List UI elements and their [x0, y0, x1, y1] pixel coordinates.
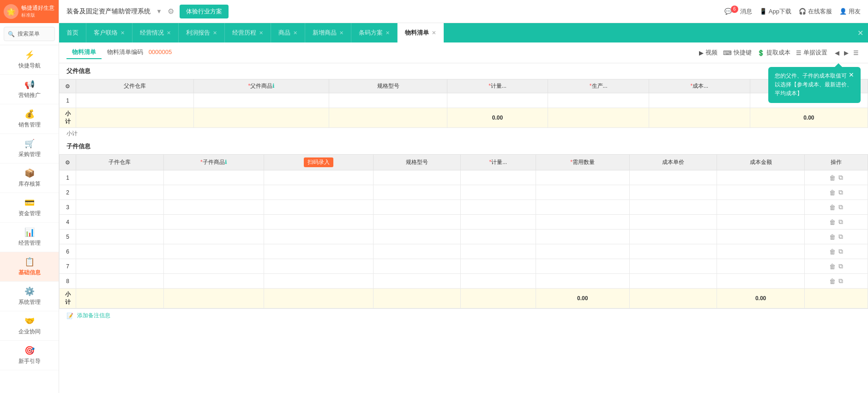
sidebar-item-operations[interactable]: 📊 经营管理: [0, 223, 59, 252]
list-view-icon[interactable]: ☰: [851, 48, 861, 57]
child-cell-unit-4[interactable]: [461, 215, 536, 230]
delete-icon-5[interactable]: 🗑: [829, 233, 836, 241]
child-cell-warehouse-6[interactable]: [76, 244, 164, 259]
tab-customer-close[interactable]: ✕: [121, 30, 125, 36]
child-cell-spec-4[interactable]: [373, 215, 461, 230]
child-cell-quantity-8[interactable]: [536, 274, 629, 289]
child-cell-spec-3[interactable]: [373, 200, 461, 215]
close-all-tabs[interactable]: ✕: [853, 29, 868, 37]
tab-barcode-close[interactable]: ✕: [386, 30, 390, 36]
child-cell-product-6[interactable]: [163, 244, 264, 259]
tab-operations-close[interactable]: ✕: [167, 30, 171, 36]
child-cell-unit-cost-3[interactable]: [629, 200, 717, 215]
sidebar-item-system[interactable]: ⚙️ 系统管理: [0, 282, 59, 311]
prev-arrow[interactable]: ◀: [833, 48, 841, 57]
tab-bom-close[interactable]: ✕: [432, 30, 436, 36]
sidebar-item-marketing[interactable]: 📢 营销推广: [0, 75, 59, 104]
child-cell-spec-1[interactable]: [373, 170, 461, 185]
child-cell-product-8[interactable]: [163, 274, 264, 289]
copy-icon-5[interactable]: ⧉: [838, 233, 843, 241]
tab-goods[interactable]: 商品 ✕: [271, 23, 305, 42]
child-cell-warehouse-3[interactable]: [76, 200, 164, 215]
parent-cell-unit[interactable]: [447, 93, 548, 108]
child-cell-quantity-3[interactable]: [536, 200, 629, 215]
child-cell-scan-4[interactable]: [264, 215, 373, 230]
child-cell-unit-cost-6[interactable]: [629, 244, 717, 259]
child-cell-warehouse-8[interactable]: [76, 274, 164, 289]
tab-profit-close[interactable]: ✕: [213, 30, 217, 36]
settings-icon[interactable]: ⚙: [168, 7, 174, 16]
child-cell-quantity-1[interactable]: [536, 170, 629, 185]
child-cell-unit-8[interactable]: [461, 274, 536, 289]
child-th-settings[interactable]: ⚙: [60, 155, 76, 170]
child-cell-scan-5[interactable]: [264, 230, 373, 244]
tab-bom[interactable]: 物料清单 ✕: [398, 23, 444, 42]
sidebar-item-guide[interactable]: 🎯 新手引导: [0, 341, 59, 370]
parent-cell-product[interactable]: [194, 93, 329, 108]
tab-barcode[interactable]: 条码方案 ✕: [351, 23, 398, 42]
child-cell-quantity-6[interactable]: [536, 244, 629, 259]
child-cell-unit-1[interactable]: [461, 170, 536, 185]
tab-customer[interactable]: 客户联络 ✕: [86, 23, 133, 42]
tab-profit[interactable]: 利润报告 ✕: [179, 23, 225, 42]
child-cell-spec-7[interactable]: [373, 259, 461, 274]
tab-history[interactable]: 经营历程 ✕: [225, 23, 271, 42]
sidebar-item-inventory[interactable]: 📦 库存核算: [0, 163, 59, 193]
delete-icon-1[interactable]: 🗑: [829, 174, 836, 181]
parent-cell-spec[interactable]: [329, 93, 447, 108]
tooltip-close[interactable]: ✕: [849, 72, 854, 78]
sub-nav-bom-code[interactable]: 物料清单编码 0000005: [102, 46, 177, 59]
copy-icon-2[interactable]: ⧉: [838, 188, 843, 196]
parent-cell-produce[interactable]: [548, 93, 649, 108]
child-cell-product-5[interactable]: [163, 230, 264, 244]
child-cell-quantity-5[interactable]: [536, 230, 629, 244]
parent-th-settings[interactable]: ⚙: [60, 79, 76, 93]
tab-new-goods[interactable]: 新增商品 ✕: [305, 23, 351, 42]
copy-icon-6[interactable]: ⧉: [838, 248, 843, 255]
notes-label[interactable]: 添加备注信息: [77, 312, 110, 320]
child-cell-quantity-2[interactable]: [536, 185, 629, 200]
sub-nav-bom-list[interactable]: 物料清单: [66, 46, 102, 59]
child-cell-unit-cost-7[interactable]: [629, 259, 717, 274]
delete-icon-6[interactable]: 🗑: [829, 248, 836, 255]
child-cell-unit-cost-2[interactable]: [629, 185, 717, 200]
child-cell-product-1[interactable]: [163, 170, 264, 185]
child-cell-unit-5[interactable]: [461, 230, 536, 244]
delete-icon-4[interactable]: 🗑: [829, 218, 836, 226]
sidebar-item-enterprise[interactable]: 🤝 企业协同: [0, 311, 59, 341]
child-cell-unit-cost-8[interactable]: [629, 274, 717, 289]
child-cell-spec-6[interactable]: [373, 244, 461, 259]
child-cell-scan-8[interactable]: [264, 274, 373, 289]
extract-cost-button[interactable]: 💲 提取成本: [757, 48, 790, 57]
delete-icon-7[interactable]: 🗑: [829, 263, 836, 270]
sidebar-item-purchase[interactable]: 🛒 采购管理: [0, 134, 59, 163]
sidebar-item-quick-nav[interactable]: ⚡ 快捷导航: [0, 45, 59, 75]
child-cell-warehouse-7[interactable]: [76, 259, 164, 274]
message-button[interactable]: 💬 6 消息: [724, 7, 752, 16]
child-cell-warehouse-2[interactable]: [76, 185, 164, 200]
parent-cell-cost[interactable]: [649, 93, 750, 108]
child-cell-spec-5[interactable]: [373, 230, 461, 244]
copy-icon-4[interactable]: ⧉: [838, 218, 843, 226]
copy-icon-7[interactable]: ⧉: [838, 262, 843, 270]
child-cell-scan-3[interactable]: [264, 200, 373, 215]
child-cell-unit-cost-5[interactable]: [629, 230, 717, 244]
delete-icon-8[interactable]: 🗑: [829, 278, 836, 285]
tab-home[interactable]: 首页: [59, 23, 86, 42]
dropdown-arrow-icon[interactable]: ▼: [156, 8, 162, 15]
child-cell-unit-7[interactable]: [461, 259, 536, 274]
video-button[interactable]: ▶ 视频: [699, 48, 717, 57]
child-cell-warehouse-1[interactable]: [76, 170, 164, 185]
child-cell-warehouse-4[interactable]: [76, 215, 164, 230]
parent-cell-warehouse[interactable]: [76, 93, 194, 108]
child-cell-product-2[interactable]: [163, 185, 264, 200]
child-cell-unit-cost-1[interactable]: [629, 170, 717, 185]
tab-goods-close[interactable]: ✕: [293, 30, 297, 36]
trial-button[interactable]: 体验行业方案: [180, 5, 229, 18]
scan-button[interactable]: 扫码录入: [304, 157, 333, 167]
child-cell-product-4[interactable]: [163, 215, 264, 230]
delete-icon-2[interactable]: 🗑: [829, 189, 836, 196]
copy-icon-8[interactable]: ⧉: [838, 277, 843, 285]
child-cell-spec-2[interactable]: [373, 185, 461, 200]
child-cell-warehouse-5[interactable]: [76, 230, 164, 244]
